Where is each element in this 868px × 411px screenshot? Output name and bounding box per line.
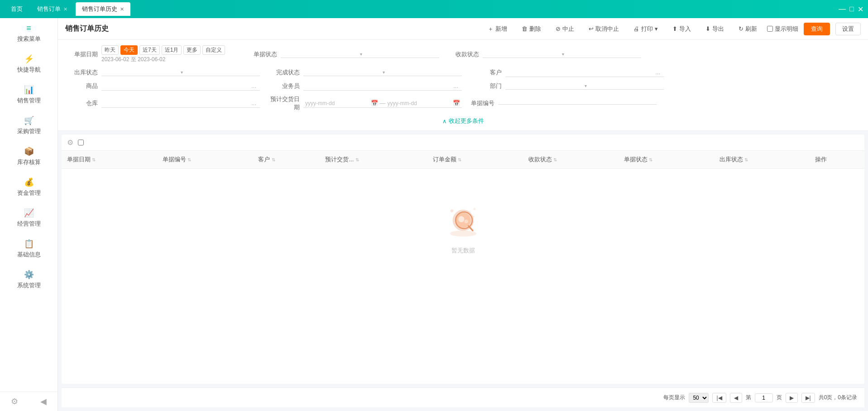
svg-point-9: [473, 216, 474, 217]
table-settings-icon[interactable]: ⚙: [67, 138, 73, 147]
sidebar: ≡ 搜索菜单 ⚡ 快捷导航 📊 销售管理 🛒 采购管理 📦 库存核算 💰 资金管…: [0, 18, 58, 411]
sidebar-item-search-menu[interactable]: ≡ 搜索菜单: [0, 18, 58, 48]
sort-order-status-icon: ⇅: [649, 157, 652, 162]
customer-dots[interactable]: ...: [653, 69, 662, 76]
display-detail-checkbox-wrapper[interactable]: 显示明细: [767, 25, 798, 33]
goods-dots[interactable]: ...: [249, 82, 258, 89]
cal-end-icon[interactable]: 📅: [453, 100, 460, 106]
sidebar-item-inventory-calc[interactable]: 📦 库存核算: [0, 141, 58, 172]
salesperson-field[interactable]: ...: [303, 82, 462, 91]
page-number-input[interactable]: [755, 393, 773, 402]
stop-button[interactable]: ⊘ 中止: [551, 23, 579, 35]
date-btn-more[interactable]: 更多: [183, 45, 201, 55]
expected-date-end[interactable]: yyyy-mm-dd: [388, 100, 451, 106]
order-status-select[interactable]: ▾: [281, 51, 439, 58]
col-date[interactable]: 单据日期 ⇅: [62, 151, 157, 169]
stop-icon: ⊘: [556, 25, 561, 32]
tab-sales-order[interactable]: 销售订单 ✕: [31, 2, 74, 16]
warehouse-field[interactable]: ...: [101, 99, 260, 108]
close-window-icon[interactable]: ✕: [858, 5, 863, 14]
maximize-icon[interactable]: □: [849, 5, 854, 13]
sort-delivery-icon: ⇅: [744, 157, 748, 162]
col-expected-delivery[interactable]: 预计交货... ⇅: [320, 151, 427, 169]
order-no-field[interactable]: [498, 102, 657, 105]
col-amount[interactable]: 订单金额 ⇅: [427, 151, 523, 169]
page-suffix: 页: [777, 394, 782, 401]
cal-start-icon[interactable]: 📅: [371, 100, 378, 106]
col-payment-status[interactable]: 收款状态 ⇅: [523, 151, 619, 169]
sidebar-item-basic-info[interactable]: 📋 基础信息: [0, 233, 58, 264]
settings-button[interactable]: 设置: [835, 23, 861, 35]
expected-date-range: yyyy-mm-dd 📅 — yyyy-mm-dd 📅: [303, 99, 462, 108]
expected-date-start[interactable]: yyyy-mm-dd: [305, 100, 369, 106]
date-btn-yesterday[interactable]: 昨天: [101, 45, 119, 55]
main-layout: ≡ 搜索菜单 ⚡ 快捷导航 📊 销售管理 🛒 采购管理 📦 库存核算 💰 资金管…: [0, 18, 868, 411]
collapse-button[interactable]: ∧ 收起更多条件: [442, 117, 484, 125]
search-menu-icon: ≡: [26, 24, 31, 33]
page-first-button[interactable]: |◀: [712, 393, 726, 403]
close-history-tab[interactable]: ✕: [120, 6, 124, 12]
add-button[interactable]: ＋ 新增: [483, 23, 512, 35]
tab-home[interactable]: 首页: [5, 2, 29, 16]
salesperson-dots[interactable]: ...: [451, 82, 460, 89]
date-btn-today[interactable]: 今天: [120, 45, 138, 55]
goods-label: 商品: [65, 82, 101, 90]
sort-date-icon: ⇅: [92, 157, 96, 162]
sidebar-item-sales-mgmt[interactable]: 📊 销售管理: [0, 79, 58, 110]
display-detail-checkbox[interactable]: [767, 26, 773, 32]
col-customer[interactable]: 客户 ⇅: [253, 151, 320, 169]
import-button[interactable]: ⬆ 导入: [668, 23, 695, 35]
payment-status-select[interactable]: ▾: [483, 51, 641, 58]
delivery-status-select[interactable]: ▾: [101, 69, 260, 76]
dept-label: 部门: [469, 82, 505, 90]
date-btn-1month[interactable]: 近1月: [162, 45, 182, 55]
order-no-label: 单据编号: [462, 99, 498, 107]
tab-sales-order-history[interactable]: 销售订单历史 ✕: [76, 2, 130, 16]
cancel-stop-button[interactable]: ↩ 取消中止: [584, 23, 623, 35]
col-no[interactable]: 单据编号 ⇅: [157, 151, 253, 169]
page-prev-button[interactable]: ◀: [730, 393, 742, 403]
cancel-stop-icon: ↩: [589, 25, 594, 32]
sidebar-item-operation-mgmt[interactable]: 📈 经营管理: [0, 203, 58, 233]
date-btn-7days[interactable]: 近7天: [139, 45, 160, 55]
per-page-label: 每页显示: [663, 394, 685, 401]
export-button[interactable]: ⬇ 导出: [701, 23, 729, 35]
per-page-select[interactable]: 50: [689, 393, 709, 403]
query-button[interactable]: 查询: [804, 23, 830, 35]
page-last-button[interactable]: ▶|: [801, 393, 815, 403]
sidebar-item-quick-nav[interactable]: ⚡ 快捷导航: [0, 48, 58, 79]
import-icon: ⬆: [672, 25, 677, 32]
print-arrow-icon: ▾: [655, 25, 658, 32]
select-all-checkbox[interactable]: [78, 140, 84, 145]
sidebar-item-system-mgmt[interactable]: ⚙️ 系统管理: [0, 264, 58, 295]
sort-amount-icon: ⇅: [458, 157, 461, 162]
settings-bottom-icon[interactable]: ⚙: [11, 396, 18, 406]
minimize-icon[interactable]: —: [839, 5, 846, 13]
customer-label: 客户: [469, 68, 505, 77]
empty-state-icon: [441, 196, 486, 241]
goods-field[interactable]: ...: [101, 82, 260, 91]
delete-button[interactable]: 🗑 删除: [517, 23, 546, 35]
customer-field[interactable]: ...: [505, 68, 664, 77]
refresh-button[interactable]: ↻ 刷新: [734, 23, 762, 35]
date-btn-custom[interactable]: 自定义: [202, 45, 225, 55]
print-button[interactable]: 🖨 打印 ▾: [629, 23, 662, 35]
svg-point-4: [464, 220, 468, 223]
sales-mgmt-icon: 📊: [24, 85, 34, 95]
inventory-calc-icon: 📦: [24, 146, 34, 156]
complete-status-select[interactable]: ▾: [303, 69, 462, 76]
close-sales-order-tab[interactable]: ✕: [63, 6, 67, 12]
sort-no-icon: ⇅: [187, 157, 191, 162]
data-table: 单据日期 ⇅ 单据编号 ⇅ 客户 ⇅ 预计交货...: [62, 151, 864, 282]
collapse-sidebar-icon[interactable]: ◀: [40, 396, 47, 406]
col-operation: 操作: [810, 151, 864, 169]
refresh-icon: ↻: [739, 25, 743, 32]
sidebar-item-finance-mgmt[interactable]: 💰 资金管理: [0, 172, 58, 203]
page-next-button[interactable]: ▶: [786, 393, 798, 403]
warehouse-dots[interactable]: ...: [249, 100, 258, 106]
col-delivery-status[interactable]: 出库状态 ⇅: [714, 151, 810, 169]
sidebar-item-purchase-mgmt[interactable]: 🛒 采购管理: [0, 110, 58, 141]
dept-select[interactable]: ▾: [505, 82, 664, 90]
col-order-status[interactable]: 单据状态 ⇅: [619, 151, 714, 169]
salesperson-label: 业务员: [267, 82, 303, 90]
